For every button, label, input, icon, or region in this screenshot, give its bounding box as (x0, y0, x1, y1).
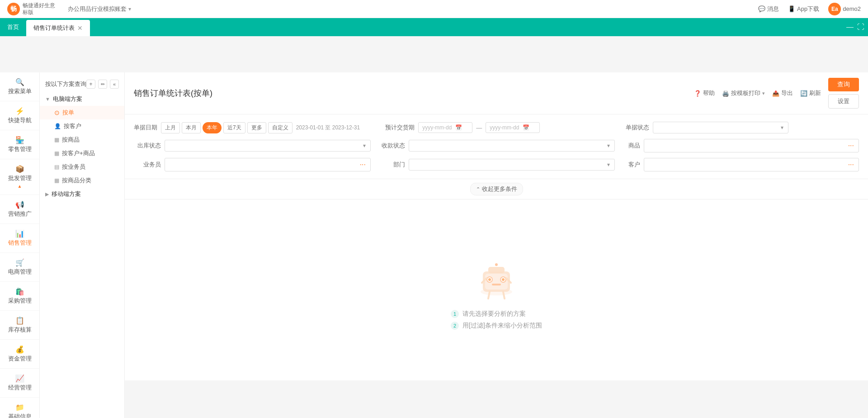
empty-state: 1 请先选择要分析的方案 2 用[过滤]条件来缩小分析范围 (125, 200, 868, 380)
message-icon: 💬 (758, 5, 765, 12)
sidebar-item-search-menu[interactable]: 🔍 搜索菜单 (0, 72, 39, 101)
sidebar-item-retail-mgmt[interactable]: 🏪 零售管理 (0, 130, 39, 159)
empty-hint-2: 2 用[过滤]条件来缩小分析范围 (451, 322, 542, 330)
print-template-button[interactable]: 🖨️ 按模板打印 ▾ (722, 89, 765, 97)
top-bar: 畅 畅捷通好生意 标版 办公用品行业模拟账套 ▾ 💬 消息 📱 App下载 Ea… (0, 0, 868, 18)
customer-dots-icon[interactable]: ··· (848, 161, 854, 169)
settings-button[interactable]: 设置 (828, 94, 859, 109)
filter-row-2: 出库状态 ▾ 收款状态 ▾ 商品 ··· (134, 139, 859, 152)
edit-scheme-button[interactable]: ✏ (98, 80, 107, 89)
page-header: 销售订单统计表(按单) ❓ 帮助 🖨️ 按模板打印 ▾ 📤 导出 🔄 刷新 (125, 72, 868, 114)
chevron-right-icon: ▶ (45, 191, 49, 197)
page-title: 销售订单统计表(按单) (134, 88, 212, 99)
tab-close-icon[interactable]: ✕ (77, 24, 83, 32)
left-panel-actions: + ✏ « (86, 80, 119, 89)
delivery-label: 预计交货期 (385, 124, 415, 132)
salesperson-dots-icon[interactable]: ··· (360, 161, 366, 169)
tree-item-by-order[interactable]: ⊙ 按单 (40, 106, 124, 119)
sidebar-item-wholesale-mgmt[interactable]: 📦 批发管理 ▲ (0, 159, 39, 195)
date-btn-group: 上月 本月 本年 近7天 更多 自定义 (161, 122, 292, 133)
help-button[interactable]: ❓ 帮助 (694, 89, 715, 97)
delivery-date-end-input[interactable]: yyyy-mm-dd 📅 (486, 122, 540, 133)
date-btn-last-month[interactable]: 上月 (161, 122, 180, 133)
order-status-filter-group: 单据状态 ▾ (626, 122, 859, 133)
user-profile[interactable]: Ea demo2 (828, 3, 861, 15)
left-panel-header: 按以下方案查询 + ✏ « (40, 76, 124, 92)
download-icon: 📱 (788, 5, 795, 12)
refresh-button[interactable]: 🔄 刷新 (800, 89, 821, 97)
receipt-status-filter: 收款状态 ▾ (378, 140, 615, 152)
tree-section-pc[interactable]: ▼ 电脑端方案 (40, 92, 124, 106)
customer-icon: 👤 (54, 123, 61, 129)
chevron-up-icon: ▲ (18, 184, 22, 189)
shipping-status-label: 出库状态 (134, 142, 161, 150)
customer-input[interactable]: ··· (644, 158, 859, 171)
sidebar-item-basic-info[interactable]: 📁 基础信息 (0, 398, 39, 418)
sidebar-item-purchase-mgmt[interactable]: 🛍️ 采购管理 (0, 282, 39, 311)
table-icon: ▦ (54, 177, 59, 184)
link-icon: ▦ (54, 150, 59, 157)
query-button[interactable]: 查询 (828, 78, 859, 91)
left-panel-title: 按以下方案查询 (45, 80, 86, 88)
left-panel: 按以下方案查询 + ✏ « ▼ 电脑端方案 ⊙ 按单 👤 按客户 (40, 72, 125, 418)
salesperson-input[interactable]: ··· (165, 158, 371, 171)
receipt-status-select[interactable]: ▾ (409, 140, 615, 152)
date-btn-custom[interactable]: 自定义 (268, 122, 292, 133)
app-download-button[interactable]: 📱 App下载 (788, 5, 819, 13)
date-btn-more[interactable]: 更多 (247, 122, 266, 133)
collapse-icon: « (113, 81, 116, 87)
filter-panel: 单据日期 上月 本月 本年 近7天 更多 自定义 2023-01-01 至 20… (125, 114, 868, 179)
search-icon: 🔍 (4, 78, 36, 86)
logo-text: 畅捷通好生意 标版 (23, 2, 55, 15)
tree-item-by-goods-category[interactable]: ▦ 按商品分类 (40, 174, 124, 187)
sidebar-item-sales-mgmt[interactable]: 📊 销售管理 (0, 224, 39, 253)
collapse-panel-button[interactable]: « (110, 80, 119, 89)
calendar-end-icon: 📅 (523, 124, 529, 131)
customer-label: 客户 (622, 161, 640, 169)
tree-item-by-customer[interactable]: 👤 按客户 (40, 119, 124, 133)
date-btn-this-month[interactable]: 本月 (182, 122, 201, 133)
tab-minimize-icon[interactable]: — (846, 23, 854, 31)
sidebar-item-finance-mgmt[interactable]: 💰 资金管理 (0, 340, 39, 369)
tab-maximize-icon[interactable]: ⛶ (857, 23, 864, 31)
svg-point-5 (488, 278, 491, 281)
tree-item-by-salesperson[interactable]: ▤ 按业务员 (40, 160, 124, 174)
empty-hint-1: 1 请先选择要分析的方案 (451, 310, 542, 318)
basic-info-icon: 📁 (4, 403, 36, 412)
goods-filter: 商品 ··· (622, 139, 859, 152)
goods-icon: ▦ (54, 137, 59, 143)
sidebar-item-ecommerce-mgmt[interactable]: 🛒 电商管理 (0, 253, 39, 282)
delivery-date-start-input[interactable]: yyyy-mm-dd 📅 (418, 122, 472, 133)
shipping-status-select[interactable]: ▾ (165, 140, 371, 152)
inventory-icon: 📋 (4, 316, 36, 325)
logo-icon: 畅 (7, 3, 20, 15)
tab-sales-order-stats[interactable]: 销售订单统计表 ✕ (26, 20, 90, 36)
goods-input[interactable]: ··· (644, 139, 859, 152)
tree-section-mobile[interactable]: ▶ 移动端方案 (40, 187, 124, 201)
collapse-more-conditions-button[interactable]: ⌃ 收起更多条件 (470, 183, 523, 195)
message-button[interactable]: 💬 消息 (758, 5, 779, 13)
delivery-filter-group: 预计交货期 yyyy-mm-dd 📅 — yyyy-mm-dd 📅 (385, 122, 618, 133)
svg-point-9 (495, 263, 498, 266)
department-select[interactable]: ▾ (409, 159, 615, 171)
goods-dots-icon[interactable]: ··· (848, 142, 854, 150)
sidebar-item-marketing[interactable]: 📢 营销推广 (0, 195, 39, 224)
order-status-select[interactable]: ▾ (653, 122, 788, 133)
date-btn-this-year[interactable]: 本年 (203, 122, 222, 133)
export-button[interactable]: 📤 导出 (772, 89, 793, 97)
tab-home[interactable]: 首页 (0, 18, 26, 36)
tree-item-by-goods[interactable]: ▦ 按商品 (40, 133, 124, 147)
content-area: 销售订单统计表(按单) ❓ 帮助 🖨️ 按模板打印 ▾ 📤 导出 🔄 刷新 (125, 72, 868, 418)
sidebar-item-quick-nav[interactable]: ⚡ 快捷导航 (0, 101, 39, 130)
date-separator: — (476, 124, 482, 131)
purchase-icon: 🛍️ (4, 287, 36, 296)
salesperson-filter: 业务员 ··· (134, 158, 371, 171)
svg-point-6 (502, 278, 505, 281)
sidebar-item-operations-mgmt[interactable]: 📈 经营管理 (0, 369, 39, 398)
department-label: 部门 (378, 161, 405, 169)
edit-icon: ✏ (101, 81, 105, 87)
tree-item-by-customer-goods[interactable]: ▦ 按客户+商品 (40, 147, 124, 160)
add-scheme-button[interactable]: + (86, 80, 95, 89)
date-btn-last-7-days[interactable]: 近7天 (223, 122, 245, 133)
sidebar-item-inventory[interactable]: 📋 库存核算 (0, 311, 39, 340)
